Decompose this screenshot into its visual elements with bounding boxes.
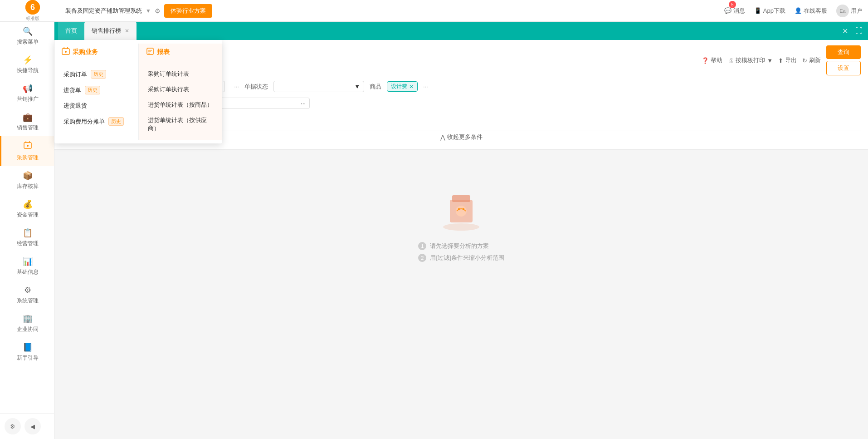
phone-icon: 📱 [754,7,761,14]
system-name: 装备及固定资产辅助管理系统 [65,7,142,15]
avatar: Ea [836,5,849,17]
report-col-icon [146,47,154,57]
sidebar-label-guide: 新手引导 [17,354,39,362]
status-label: 单据状态 [244,83,268,91]
report-col-title: 报表 [146,47,215,61]
svg-point-11 [65,51,67,53]
status-select[interactable]: ▼ [273,81,364,92]
app-download-button[interactable]: 📱 App下载 [754,7,785,15]
svg-rect-6 [452,195,470,202]
sidebar-label-purchase: 采购管理 [17,154,39,162]
svg-point-9 [463,208,464,210]
sidebar-item-sales[interactable]: 💼 销售管理 [0,108,54,136]
goods-tag-close[interactable]: ✕ [409,84,414,90]
sidebar-item-funds[interactable]: 💰 资金管理 [0,195,54,223]
sidebar-item-search[interactable]: 🔍 搜索菜单 [0,22,54,50]
query-button[interactable]: 查询 [826,45,861,59]
dropdown-item-purchase-expense[interactable]: 采购费用分摊单 历史 [62,113,131,129]
help-button[interactable]: ❓ 帮助 [702,56,722,64]
goods-label: 商品 [370,83,381,91]
empty-illustration [434,186,488,233]
svg-text:6: 6 [30,3,35,12]
tab-bar-right: ✕ ⛶ [840,25,864,37]
export-button[interactable]: ⬆ 导出 [778,56,797,64]
online-service-button[interactable]: 👤 在线客服 [795,7,827,15]
svg-point-8 [458,208,460,210]
purchase-dropdown-menu: 采购业务 采购订单 历史 进货单 历史 进货退货 采购费用分摊单 历史 [54,40,222,143]
dropdown-item-goods-receipt-by-supplier[interactable]: 进货单统计表（按供应商） [146,113,215,136]
svg-point-3 [27,145,29,147]
purchase-expense-history: 历史 [108,117,124,126]
sidebar-label-search: 搜索菜单 [17,38,39,46]
sidebar-label-quick: 快捷导航 [17,67,39,74]
sidebar-collapse-btn[interactable]: ◀ [24,418,41,434]
sales-icon: 💼 [23,112,33,122]
refresh-icon: ↻ [802,57,807,64]
header-right: 💬 5 消息 📱 App下载 👤 在线客服 Ea 用户 [724,5,863,17]
dropdown-item-purchase-order-exec[interactable]: 采购订单执行表 [146,82,215,97]
enterprise-icon: 🏢 [23,314,33,324]
sidebar-item-enterprise[interactable]: 🏢 企业协同 [0,309,54,338]
empty-state: 1 请先选择要分析的方案 2 用[过滤]条件来缩小分析范围 [54,150,868,298]
sidebar-label-operations: 经营管理 [17,240,39,247]
logo-area: 6 标准版 [5,0,60,22]
system-selector: 装备及固定资产辅助管理系统 ▼ ⚙ 体验行业方案 [60,4,724,18]
settings-icon[interactable]: ⚙ [155,7,161,15]
collapse-icon: ⋀ [440,134,445,141]
sidebar-label-sales: 销售管理 [17,124,39,132]
salesman-ellipsis: ··· [301,100,306,107]
goods-receipt-label: 进货单 [63,86,81,94]
message-button[interactable]: 💬 5 消息 [724,7,745,15]
sidebar: 🔍 搜索菜单 ⚡ 快捷导航 📢 营销推广 💼 销售管理 采购管理 [0,22,54,439]
print-dropdown-icon[interactable]: ▼ [767,57,773,64]
export-icon: ⬆ [778,57,783,64]
svg-point-7 [456,206,467,217]
tab-close-window-icon[interactable]: ✕ [840,25,850,37]
sidebar-item-marketing[interactable]: 📢 营销推广 [0,79,54,108]
sidebar-label-basic: 基础信息 [17,268,39,276]
salesman-select[interactable]: ··· [219,98,310,109]
goods-return-label: 进货退货 [63,102,87,110]
dropdown-item-goods-receipt-by-goods[interactable]: 进货单统计表（按商品） [146,97,215,113]
dropdown-item-purchase-order-stat[interactable]: 采购订单统计表 [146,66,215,82]
sidebar-item-guide[interactable]: 📘 新手引导 [0,338,54,366]
user-button[interactable]: Ea 用户 [836,5,863,17]
sidebar-item-purchase[interactable]: 采购管理 [0,136,54,166]
print-button[interactable]: 🖨 按模板打印 ▼ [728,56,773,64]
help-icon: ❓ [702,57,709,64]
tab-sales-rank[interactable]: 销售排行榜 ✕ [84,22,137,40]
purchase-col-title: 采购业务 [62,47,131,61]
sidebar-item-quick[interactable]: ⚡ 快捷导航 [0,50,54,79]
sidebar-item-basic[interactable]: 📊 基础信息 [0,252,54,281]
logo-icon: 6 [25,0,40,15]
dropdown-arrow-icon[interactable]: ▼ [146,8,151,14]
goods-ellipsis: ··· [423,83,428,90]
sidebar-settings-btn[interactable]: ⚙ [5,418,21,434]
tab-sales-rank-label: 销售排行榜 [92,27,121,35]
tab-maximize-icon[interactable]: ⛶ [853,25,864,37]
sidebar-label-inventory: 库存核算 [17,183,39,190]
dropdown-item-goods-return[interactable]: 进货退货 [62,98,131,113]
guide-icon: 📘 [23,342,33,352]
top-header: 6 标准版 装备及固定资产辅助管理系统 ▼ ⚙ 体验行业方案 💬 5 消息 📱 … [0,0,868,22]
sidebar-item-inventory[interactable]: 📦 库存核算 [0,166,54,195]
refresh-button[interactable]: ↻ 刷新 [802,56,821,64]
sidebar-label-enterprise: 企业协同 [17,326,39,333]
sidebar-item-operations[interactable]: 📋 经营管理 [0,223,54,252]
message-icon: 💬 [724,7,731,14]
logo-subtitle: 标准版 [26,15,39,22]
dropdown-item-goods-receipt[interactable]: 进货单 历史 [62,82,131,98]
industry-button[interactable]: 体验行业方案 [164,4,212,18]
empty-step-2: 2 用[过滤]条件来缩小分析范围 [418,254,504,262]
sidebar-item-system[interactable]: ⚙ 系统管理 [0,281,54,309]
purchase-col-icon [62,47,70,57]
tab-home[interactable]: 首页 [58,22,84,40]
empty-text-block: 1 请先选择要分析的方案 2 用[过滤]条件来缩小分析范围 [418,242,504,262]
dropdown-item-purchase-order[interactable]: 采购订单 历史 [62,66,131,82]
sidebar-bottom: ⚙ ◀ [0,413,54,439]
search-icon: 🔍 [23,26,33,36]
operations-icon: 📋 [23,228,33,238]
goods-receipt-history: 历史 [85,86,100,94]
settings-button[interactable]: 设置 [826,61,861,75]
tab-close-icon[interactable]: ✕ [125,28,129,34]
